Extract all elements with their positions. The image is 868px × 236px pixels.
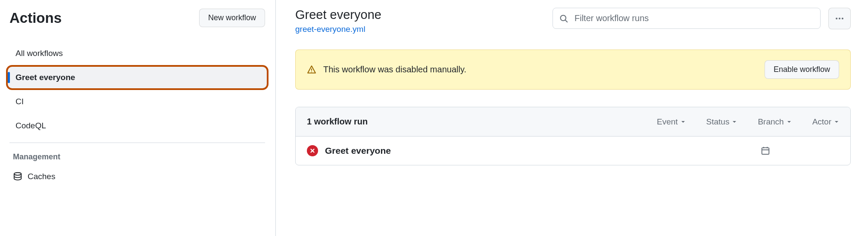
svg-point-1 — [561, 15, 566, 21]
warning-icon — [307, 65, 316, 75]
calendar-icon — [761, 146, 770, 155]
disabled-workflow-banner: This workflow was disabled manually. Ena… — [295, 50, 851, 90]
sidebar-item-codeql[interactable]: CodeQL — [8, 115, 267, 137]
svg-point-3 — [836, 18, 837, 19]
filter-label: Event — [657, 117, 678, 127]
filter-event-button[interactable]: Event — [657, 117, 686, 127]
sidebar: Actions New workflow All workflows Greet… — [0, 0, 276, 236]
main-header: Greet everyone greet-everyone.yml — [295, 8, 851, 34]
sidebar-title: Actions — [9, 10, 62, 26]
sidebar-item-label: CodeQL — [16, 121, 46, 130]
sidebar-item-label: Greet everyone — [16, 73, 75, 82]
filter-actor-button[interactable]: Actor — [812, 117, 839, 127]
filter-group: Event Status Branch Actor — [657, 117, 839, 127]
divider — [9, 143, 265, 143]
page-title: Greet everyone — [295, 8, 545, 22]
caret-down-icon — [681, 119, 686, 124]
run-title: Greet everyone — [325, 146, 754, 156]
svg-rect-10 — [762, 148, 769, 154]
sidebar-item-label: CI — [16, 97, 24, 106]
svg-point-0 — [14, 173, 22, 175]
search-wrap — [553, 8, 821, 29]
caret-down-icon — [732, 119, 737, 124]
sidebar-header: Actions New workflow — [8, 9, 267, 27]
enable-workflow-button[interactable]: Enable workflow — [765, 60, 839, 79]
filter-status-button[interactable]: Status — [706, 117, 737, 127]
sidebar-item-label: Caches — [28, 172, 55, 181]
filter-runs-input[interactable] — [553, 8, 821, 29]
sidebar-item-ci[interactable]: CI — [8, 91, 267, 112]
caret-down-icon — [787, 119, 792, 124]
run-row[interactable]: Greet everyone — [296, 137, 850, 165]
workflow-list: All workflows Greet everyone CI CodeQL — [8, 43, 267, 137]
runs-count-label: 1 workflow run — [307, 117, 657, 127]
filter-label: Branch — [758, 117, 784, 127]
caret-down-icon — [834, 119, 839, 124]
kebab-icon — [835, 14, 844, 23]
database-icon — [13, 172, 22, 181]
workflow-file-link[interactable]: greet-everyone.yml — [295, 25, 365, 34]
filter-label: Actor — [812, 117, 831, 127]
title-block: Greet everyone greet-everyone.yml — [295, 8, 545, 34]
workflow-runs-table: 1 workflow run Event Status Branch — [295, 107, 851, 165]
runs-table-header: 1 workflow run Event Status Branch — [296, 107, 850, 137]
svg-point-4 — [839, 18, 840, 19]
filter-branch-button[interactable]: Branch — [758, 117, 791, 127]
run-status-failed-icon — [307, 145, 318, 156]
svg-point-5 — [842, 18, 843, 19]
filter-label: Status — [706, 117, 730, 127]
sidebar-item-greet-everyone[interactable]: Greet everyone — [8, 67, 267, 88]
sidebar-item-caches[interactable]: Caches — [8, 168, 267, 186]
sidebar-item-all-workflows[interactable]: All workflows — [8, 43, 267, 64]
banner-message: This workflow was disabled manually. — [323, 65, 758, 75]
sidebar-item-label: All workflows — [16, 49, 63, 58]
new-workflow-button[interactable]: New workflow — [199, 9, 265, 27]
more-options-button[interactable] — [828, 8, 851, 29]
search-icon — [559, 14, 568, 23]
main-content: Greet everyone greet-everyone.yml — [276, 0, 868, 236]
management-section-label: Management — [8, 152, 267, 168]
svg-point-7 — [311, 71, 312, 72]
svg-line-2 — [565, 20, 568, 22]
